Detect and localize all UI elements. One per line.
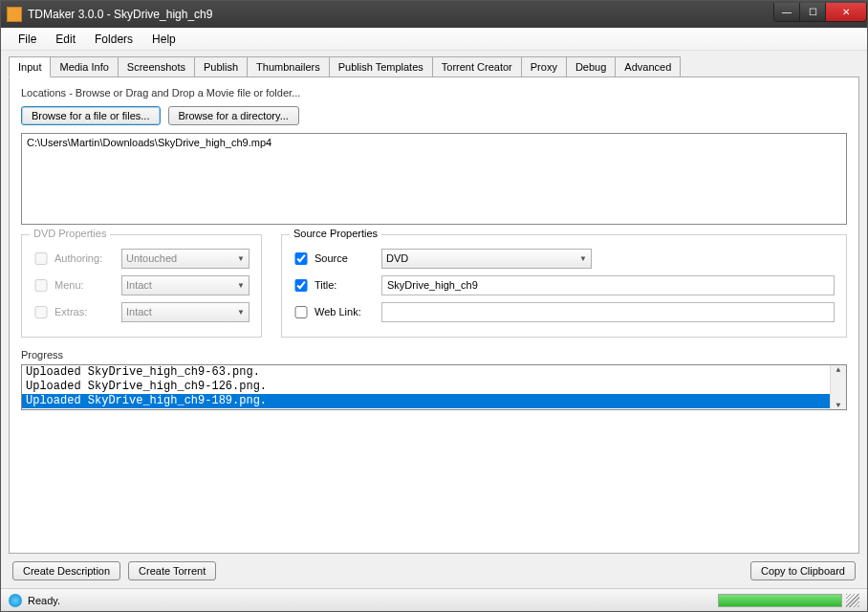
menu-help[interactable]: Help	[142, 29, 185, 50]
window-title: TDMaker 3.0.0 - SkyDrive_high_ch9	[28, 8, 774, 21]
weblink-field[interactable]	[381, 302, 835, 322]
app-icon	[7, 7, 22, 22]
chevron-down-icon: ▼	[237, 308, 245, 317]
menu-file[interactable]: File	[9, 29, 46, 50]
create-torrent-button[interactable]: Create Torrent	[128, 561, 216, 580]
file-listbox[interactable]: C:\Users\Martin\Downloads\SkyDrive_high_…	[21, 133, 847, 225]
maximize-button[interactable]: ☐	[799, 3, 826, 22]
content-area: Input Media Info Screenshots Publish Thu…	[1, 51, 867, 554]
tab-advanced[interactable]: Advanced	[616, 56, 681, 76]
file-list-item[interactable]: C:\Users\Martin\Downloads\SkyDrive_high_…	[27, 137, 841, 148]
title-field[interactable]	[381, 275, 835, 295]
authoring-select: Untouched▼	[121, 249, 250, 269]
progress-label: Progress	[21, 349, 847, 361]
tab-debug[interactable]: Debug	[567, 56, 616, 76]
locations-label: Locations - Browse or Drag and Drop a Mo…	[21, 87, 847, 98]
scroll-up-icon[interactable]: ▲	[836, 365, 841, 374]
tab-input[interactable]: Input	[9, 56, 51, 77]
create-description-button[interactable]: Create Description	[12, 561, 120, 580]
tab-proxy[interactable]: Proxy	[522, 56, 567, 76]
menu-label: Menu:	[54, 279, 121, 291]
authoring-label: Authoring:	[54, 252, 121, 264]
titlebar[interactable]: TDMaker 3.0.0 - SkyDrive_high_ch9 — ☐ ✕	[1, 1, 867, 28]
status-icon	[9, 594, 22, 607]
weblink-checkbox[interactable]	[293, 306, 309, 318]
dvd-group-title: DVD Properties	[30, 228, 110, 239]
source-properties-group: Source Properties Source DVD▼ Title: Web…	[281, 234, 847, 338]
tab-publish-templates[interactable]: Publish Templates	[330, 56, 433, 76]
statusbar: Ready.	[1, 588, 867, 611]
progress-listbox[interactable]: Uploaded SkyDrive_high_ch9-63.png. Uploa…	[21, 364, 847, 410]
tab-publish[interactable]: Publish	[195, 56, 248, 76]
status-progress-fill	[719, 595, 841, 606]
status-text: Ready.	[28, 595, 718, 606]
minimize-button[interactable]: —	[773, 3, 800, 22]
tab-thumbnailers[interactable]: Thumbnailers	[248, 56, 330, 76]
progress-line[interactable]: Uploaded SkyDrive_high_ch9-126.png.	[22, 380, 846, 394]
tab-screenshots[interactable]: Screenshots	[119, 56, 195, 76]
authoring-checkbox	[33, 252, 49, 265]
menu-edit[interactable]: Edit	[46, 29, 85, 50]
progress-line-selected[interactable]: Uploaded SkyDrive_high_ch9-189.png.	[22, 394, 846, 408]
scrollbar[interactable]: ▲ ▼	[830, 365, 846, 409]
extras-checkbox	[33, 306, 49, 318]
status-progressbar	[718, 594, 842, 607]
dvd-properties-group: DVD Properties Authoring: Untouched▼ Men…	[21, 234, 262, 338]
title-label: Title:	[315, 279, 381, 291]
source-group-title: Source Properties	[290, 228, 381, 239]
weblink-label: Web Link:	[315, 306, 381, 317]
menu-folders[interactable]: Folders	[85, 29, 142, 50]
source-checkbox[interactable]	[293, 252, 309, 265]
source-select[interactable]: DVD▼	[381, 249, 592, 269]
chevron-down-icon: ▼	[237, 281, 245, 290]
bottom-button-bar: Create Description Create Torrent Copy t…	[1, 554, 867, 588]
scroll-down-icon[interactable]: ▼	[836, 401, 841, 409]
browse-directory-button[interactable]: Browse for a directory...	[168, 106, 299, 125]
resize-grip[interactable]	[846, 594, 859, 607]
title-checkbox[interactable]	[293, 279, 309, 292]
chevron-down-icon: ▼	[237, 254, 245, 263]
source-label: Source	[315, 252, 381, 264]
copy-to-clipboard-button[interactable]: Copy to Clipboard	[750, 561, 856, 580]
chevron-down-icon: ▼	[579, 254, 587, 263]
menubar: File Edit Folders Help	[1, 28, 867, 51]
browse-files-button[interactable]: Browse for a file or files...	[21, 106, 161, 125]
tab-panel-input: Locations - Browse or Drag and Drop a Mo…	[9, 76, 859, 554]
tab-media-info[interactable]: Media Info	[51, 56, 118, 76]
tab-torrent-creator[interactable]: Torrent Creator	[433, 56, 522, 76]
menu-select: Intact▼	[121, 275, 250, 295]
close-button[interactable]: ✕	[825, 3, 867, 22]
tabstrip: Input Media Info Screenshots Publish Thu…	[9, 56, 859, 76]
extras-label: Extras:	[54, 306, 121, 317]
progress-line[interactable]: Uploaded SkyDrive_high_ch9-63.png.	[22, 365, 846, 380]
app-window: TDMaker 3.0.0 - SkyDrive_high_ch9 — ☐ ✕ …	[0, 0, 868, 612]
menu-checkbox	[33, 279, 49, 292]
extras-select: Intact▼	[121, 302, 250, 322]
